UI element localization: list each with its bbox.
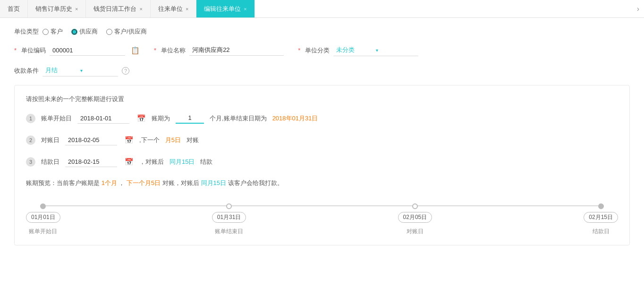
help-icon[interactable]: ? <box>122 67 129 75</box>
payment-condition-value: 月结 <box>45 66 80 75</box>
timeline-sub-1: 账单结束日 <box>215 228 243 236</box>
tab-related-close-icon[interactable]: × <box>186 6 188 12</box>
timeline-dot-3 <box>598 203 604 209</box>
unit-code-copy-icon[interactable]: 📋 <box>131 46 140 55</box>
tab-edit-related-unit[interactable]: 编辑往来单位 × <box>196 0 254 17</box>
tab-cash-close-icon[interactable]: × <box>139 6 142 12</box>
tab-home[interactable]: 首页 <box>0 0 28 17</box>
tab-sales-label: 销售订单历史 <box>35 5 72 13</box>
unit-code-field: * 单位编码 000001 📋 <box>14 45 140 56</box>
tab-more-button[interactable]: › <box>632 0 644 17</box>
row2-calendar-icon[interactable]: 📅 <box>125 136 134 144</box>
tab-bar: 首页 销售订单历史 × 钱货日清工作台 × 往来单位 × 编辑往来单位 × › <box>0 0 644 18</box>
unit-info-row: * 单位编码 000001 📋 * 单位名称 * 单位分类 未分类 ▾ <box>14 44 630 56</box>
row3-label: 结款日 <box>41 158 59 166</box>
row2-label: 对账日 <box>41 136 59 144</box>
unit-type-row: 单位类型 客户 供应商 客户/供应商 <box>14 27 630 36</box>
preview-sep1: ， <box>119 179 125 186</box>
radio-both-label: 客户/供应商 <box>114 27 147 36</box>
unit-code-required: * <box>14 47 17 54</box>
radio-both-input[interactable] <box>106 29 112 35</box>
radio-customer-input[interactable] <box>42 29 49 35</box>
row3-suffix-pre: ，对账后 <box>139 158 164 166</box>
tab-sales-close-icon[interactable]: × <box>75 6 78 12</box>
payment-condition-arrow-icon: ▾ <box>80 68 115 73</box>
setting-row-1: 1 账单开始日 📅 账期为 个月,账单结束日期为 2018年01月31日 <box>26 113 618 124</box>
tab-cash-daily[interactable]: 钱货日清工作台 × <box>86 0 150 17</box>
radio-supplier[interactable]: 供应商 <box>71 27 98 36</box>
row2-suffix-post: 对账 <box>186 136 199 144</box>
payment-condition-label: 收款条件 <box>14 67 39 75</box>
row3-calendar-icon[interactable]: 📅 <box>125 158 134 166</box>
payment-condition-field: 收款条件 月结 ▾ ? <box>14 65 129 76</box>
row1-date-input[interactable] <box>77 113 129 124</box>
preview-h1: 1个月 <box>102 179 117 186</box>
payment-condition-row: 收款条件 月结 ▾ ? <box>14 65 630 76</box>
preview-h2: 下一个月5日 <box>127 179 161 186</box>
row1-calendar-icon[interactable]: 📅 <box>137 114 146 123</box>
unit-category-arrow-icon: ▾ <box>376 48 415 53</box>
unit-name-input[interactable] <box>189 45 284 56</box>
row2-suffix-pre: ,下一个 <box>139 136 160 144</box>
timeline-items: 01月01日 账单开始日 01月31日 账单结束日 02月05日 对账日 02月… <box>26 203 618 236</box>
payment-condition-dropdown[interactable]: 月结 ▾ <box>42 65 118 76</box>
radio-supplier-input[interactable] <box>71 29 77 35</box>
tab-home-label: 首页 <box>8 5 20 13</box>
timeline-item-0: 01月01日 账单开始日 <box>26 203 60 236</box>
settings-section: 请按照未来的一个完整帐期进行设置 1 账单开始日 📅 账期为 个月,账单结束日期… <box>14 85 630 245</box>
tab-cash-label: 钱货日清工作台 <box>93 5 136 13</box>
unit-code-label: 单位编码 <box>21 46 46 55</box>
tab-related-label: 往来单位 <box>158 5 183 13</box>
tab-related-unit[interactable]: 往来单位 × <box>151 0 196 17</box>
row1-period-input[interactable] <box>176 113 204 124</box>
timeline-dot-0 <box>40 203 46 209</box>
row1-label: 账单开始日 <box>41 114 72 123</box>
row1-period-unit: 个月,账单结束日期为 <box>210 114 267 123</box>
preview-sep2: 对账，对账后 <box>162 179 199 186</box>
unit-category-dropdown[interactable]: 未分类 ▾ <box>333 44 418 56</box>
timeline-sub-3: 结款日 <box>593 228 610 236</box>
unit-type-radio-group: 客户 供应商 客户/供应商 <box>42 27 147 36</box>
tab-edit-label: 编辑往来单位 <box>204 5 241 13</box>
row-num-3: 3 <box>26 157 35 167</box>
row3-suffix-post: 结款 <box>200 158 212 166</box>
timeline-badge-1: 01月31日 <box>212 212 246 223</box>
section-title: 请按照未来的一个完整帐期进行设置 <box>26 95 618 103</box>
unit-category-label: 单位分类 <box>305 46 330 55</box>
timeline-dot-1 <box>226 203 232 209</box>
unit-category-field: * 单位分类 未分类 ▾ <box>298 44 418 56</box>
preview-h3: 同月15日 <box>201 179 226 186</box>
timeline-dot-2 <box>412 203 418 209</box>
timeline-item-2: 02月05日 对账日 <box>398 203 432 236</box>
tab-edit-close-icon[interactable]: × <box>244 6 246 12</box>
main-content: 单位类型 客户 供应商 客户/供应商 * 单位编码 00000 <box>0 18 644 287</box>
timeline-sub-0: 账单开始日 <box>29 228 57 236</box>
timeline-badge-2: 02月05日 <box>398 212 432 223</box>
timeline-sub-2: 对账日 <box>407 228 424 236</box>
row2-date-input[interactable] <box>65 135 117 145</box>
radio-customer[interactable]: 客户 <box>42 27 63 36</box>
timeline: 01月01日 账单开始日 01月31日 账单结束日 02月05日 对账日 02月… <box>26 199 618 236</box>
row-num-2: 2 <box>26 135 35 145</box>
unit-type-label: 单位类型 <box>14 27 39 36</box>
row3-suffix-highlight: 同月15日 <box>169 158 195 166</box>
unit-category-value: 未分类 <box>336 46 376 54</box>
radio-customer-label: 客户 <box>51 27 63 36</box>
setting-row-3: 3 结款日 📅 ，对账后 同月15日 结款 <box>26 157 618 167</box>
preview-text: 账期预览：当前客户账期是 1个月 ， 下一个月5日 对账，对账后 同月15日 该… <box>26 178 618 188</box>
preview-prefix: 账期预览：当前客户账期是 <box>26 179 100 186</box>
preview-suffix: 该客户会给我打款。 <box>228 179 283 186</box>
row2-suffix-highlight: 月5日 <box>165 136 181 144</box>
tab-sales-order-history[interactable]: 销售订单历史 × <box>28 0 86 17</box>
unit-name-required: * <box>154 47 156 54</box>
unit-category-required: * <box>298 47 300 54</box>
unit-name-label: 单位名称 <box>161 46 186 55</box>
unit-code-input[interactable]: 000001 <box>50 45 125 56</box>
row3-date-input[interactable] <box>65 157 117 167</box>
timeline-badge-0: 01月01日 <box>26 212 60 223</box>
unit-name-field: * 单位名称 <box>154 45 284 56</box>
unit-type-field: 单位类型 客户 供应商 客户/供应商 <box>14 27 147 36</box>
radio-both[interactable]: 客户/供应商 <box>106 27 147 36</box>
radio-supplier-label: 供应商 <box>79 27 98 36</box>
timeline-item-3: 02月15日 结款日 <box>584 203 618 236</box>
